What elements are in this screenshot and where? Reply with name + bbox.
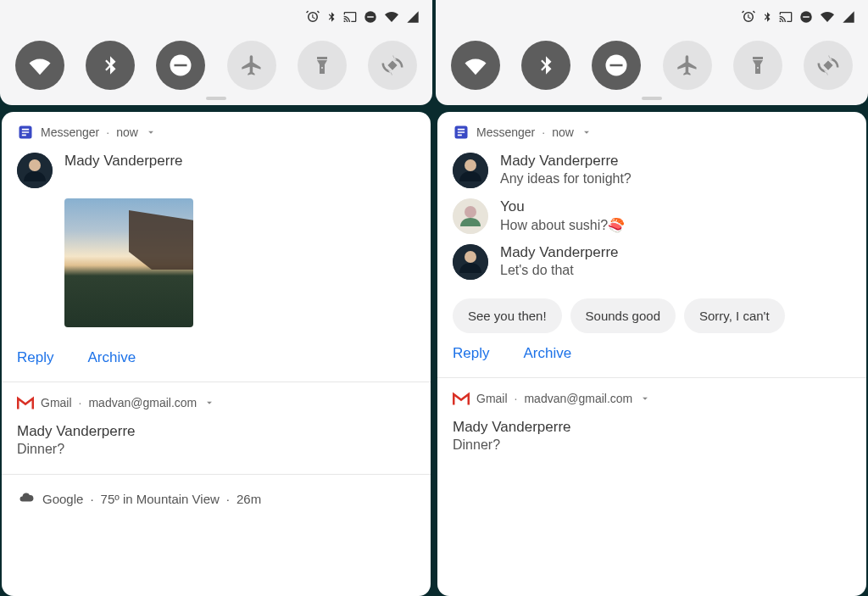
signal-status-icon bbox=[841, 10, 856, 24]
toggle-flashlight[interactable] bbox=[298, 41, 347, 90]
app-name: Gmail bbox=[476, 392, 508, 405]
quick-toggle-row bbox=[448, 41, 856, 90]
quick-toggle-row bbox=[12, 41, 420, 90]
messenger-notification-header[interactable]: Messenger · now bbox=[453, 124, 851, 141]
phone-left: Messenger · now Mady Vanderperre Reply A… bbox=[0, 0, 432, 596]
messenger-notification-header[interactable]: Messenger · now bbox=[17, 124, 415, 141]
messenger-actions: Reply Archive bbox=[17, 343, 415, 376]
archive-button[interactable]: Archive bbox=[523, 345, 571, 362]
dnd-status-icon bbox=[798, 9, 814, 25]
gmail-app-icon bbox=[17, 394, 34, 411]
toggle-auto-rotate[interactable] bbox=[804, 41, 853, 90]
avatar-you bbox=[453, 198, 488, 234]
svg-point-18 bbox=[465, 251, 476, 263]
alarm-icon bbox=[741, 9, 756, 25]
wifi-status-icon bbox=[383, 10, 400, 24]
messenger-notification[interactable]: Mady Vanderperre bbox=[17, 153, 415, 188]
gmail-notification[interactable]: Mady Vanderperre Dinner? bbox=[17, 423, 415, 457]
svg-point-16 bbox=[465, 206, 476, 218]
messenger-app-icon bbox=[17, 124, 34, 141]
gmail-account: madvan@gmail.com bbox=[88, 396, 197, 409]
toggle-wifi[interactable] bbox=[451, 41, 500, 90]
status-bar bbox=[448, 8, 856, 25]
thread-message[interactable]: You How about sushi?🍣 bbox=[453, 198, 851, 234]
avatar-mady bbox=[453, 153, 488, 188]
archive-button[interactable]: Archive bbox=[87, 349, 136, 366]
weather-summary: 75º in Mountain View bbox=[101, 492, 220, 506]
status-bar bbox=[12, 8, 420, 25]
gmail-notification[interactable]: Mady Vanderperre Dinner? bbox=[453, 419, 851, 453]
avatar-mady bbox=[17, 153, 53, 188]
svg-point-6 bbox=[29, 159, 41, 171]
gmail-subject: Dinner? bbox=[17, 442, 415, 457]
app-name: Messenger bbox=[41, 125, 99, 139]
svg-rect-9 bbox=[803, 16, 810, 18]
divider bbox=[2, 474, 431, 475]
notifications-card: Messenger · now Mady Vanderperre Reply A… bbox=[2, 112, 431, 596]
image-thumbnail bbox=[64, 198, 193, 327]
gmail-subject: Dinner? bbox=[453, 437, 851, 453]
quick-settings-panel bbox=[436, 0, 868, 105]
bluetooth-status-icon bbox=[761, 9, 773, 25]
gmail-account: madvan@gmail.com bbox=[524, 392, 632, 405]
messenger-actions: Reply Archive bbox=[453, 338, 851, 372]
phone-right: Messenger · now Mady Vanderperre Any ide… bbox=[436, 0, 868, 596]
wifi-status-icon bbox=[819, 10, 836, 24]
toggle-airplane[interactable] bbox=[227, 41, 276, 90]
svg-point-14 bbox=[465, 159, 476, 171]
cast-status-icon bbox=[778, 10, 793, 24]
toggle-flashlight[interactable] bbox=[733, 41, 782, 90]
notif-time: now bbox=[552, 125, 574, 139]
chevron-down-icon bbox=[203, 397, 215, 409]
weather-app-name: Google bbox=[42, 492, 83, 506]
toggle-dnd[interactable] bbox=[156, 41, 205, 90]
alarm-icon bbox=[305, 9, 320, 25]
weather-notification[interactable]: Google · 75º in Mountain View · 26m bbox=[17, 490, 415, 508]
toggle-dnd[interactable] bbox=[592, 41, 641, 90]
toggle-auto-rotate[interactable] bbox=[368, 41, 417, 90]
quick-settings-panel bbox=[0, 0, 432, 105]
divider bbox=[2, 382, 431, 382]
message-text: How about sushi?🍣 bbox=[500, 217, 625, 233]
gmail-sender: Mady Vanderperre bbox=[17, 423, 415, 440]
reply-button[interactable]: Reply bbox=[453, 345, 489, 362]
sender-name: Mady Vanderperre bbox=[500, 244, 619, 261]
svg-rect-3 bbox=[175, 64, 187, 67]
thread-message[interactable]: Mady Vanderperre Any ideas for tonight? bbox=[453, 153, 851, 188]
messenger-app-icon bbox=[453, 124, 470, 141]
gmail-app-icon bbox=[453, 390, 470, 407]
svg-rect-1 bbox=[367, 16, 374, 18]
panel-drag-handle[interactable] bbox=[642, 97, 662, 100]
smart-reply-chip[interactable]: See you then! bbox=[453, 298, 562, 333]
panel-drag-handle[interactable] bbox=[206, 97, 226, 100]
divider bbox=[437, 377, 866, 378]
message-text: Any ideas for tonight? bbox=[500, 171, 632, 187]
message-image-attachment[interactable] bbox=[17, 198, 415, 327]
smart-reply-row: See you then! Sounds good Sorry, I can't bbox=[453, 298, 851, 333]
toggle-airplane[interactable] bbox=[663, 41, 712, 90]
gmail-notification-header[interactable]: Gmail · madvan@gmail.com bbox=[453, 390, 851, 407]
sushi-emoji: 🍣 bbox=[608, 218, 625, 232]
chevron-down-icon bbox=[581, 126, 593, 138]
chevron-down-icon bbox=[145, 126, 157, 138]
smart-reply-chip[interactable]: Sounds good bbox=[570, 298, 676, 333]
notifications-card: Messenger · now Mady Vanderperre Any ide… bbox=[437, 112, 866, 596]
notif-time: now bbox=[116, 125, 138, 139]
sender-name: Mady Vanderperre bbox=[64, 153, 183, 170]
toggle-wifi[interactable] bbox=[15, 41, 64, 90]
app-name: Messenger bbox=[476, 125, 535, 139]
bluetooth-status-icon bbox=[326, 9, 337, 25]
sender-name: You bbox=[500, 198, 625, 215]
toggle-bluetooth[interactable] bbox=[521, 41, 570, 90]
signal-status-icon bbox=[405, 10, 420, 24]
weather-age: 26m bbox=[236, 492, 261, 506]
thread-message[interactable]: Mady Vanderperre Let's do that bbox=[453, 244, 851, 280]
smart-reply-chip[interactable]: Sorry, I can't bbox=[684, 298, 785, 333]
sender-name: Mady Vanderperre bbox=[500, 153, 632, 170]
dnd-status-icon bbox=[363, 9, 378, 25]
message-text: Let's do that bbox=[500, 263, 619, 278]
reply-button[interactable]: Reply bbox=[17, 349, 53, 366]
gmail-notification-header[interactable]: Gmail · madvan@gmail.com bbox=[17, 394, 415, 411]
app-name: Gmail bbox=[41, 396, 72, 409]
toggle-bluetooth[interactable] bbox=[86, 41, 135, 90]
